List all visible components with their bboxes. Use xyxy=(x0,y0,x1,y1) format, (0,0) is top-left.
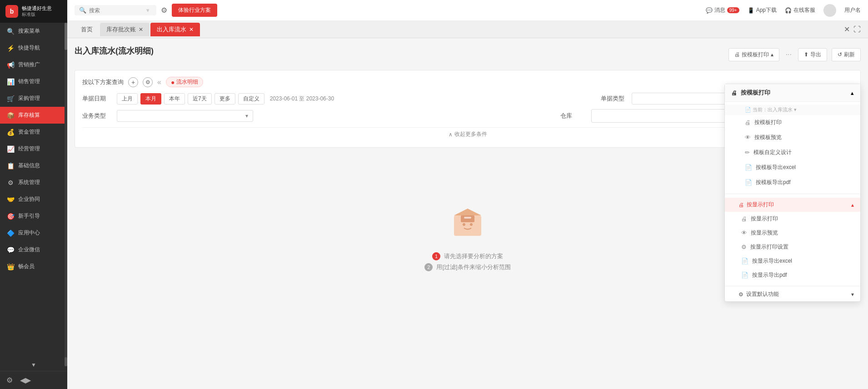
svg-rect-3 xyxy=(464,217,471,219)
sidebar-item-system[interactable]: ⚙ 系统管理 xyxy=(0,174,67,191)
refresh-btn[interactable]: ↺ 刷新 xyxy=(832,48,861,61)
topbar-search-input[interactable] xyxy=(89,7,144,14)
refresh-label: 刷新 xyxy=(844,51,855,59)
date-btn-more[interactable]: 更多 xyxy=(215,93,235,105)
app-download-item[interactable]: 📱 App下载 xyxy=(748,6,777,14)
tab-home[interactable]: 首页 xyxy=(75,23,99,36)
sidebar-settings-icon[interactable]: ⚙ xyxy=(6,376,13,384)
preview-icon: 👁 xyxy=(745,134,751,141)
dropdown-display-section: 🖨 按显示打印 ▴ 🖨 按显示打印 👁 按显示预览 ⚙ 按显示打印设置 xyxy=(725,195,860,285)
sidebar-item-search[interactable]: 🔍 搜索菜单 xyxy=(0,23,67,40)
sidebar-item-member[interactable]: 👑 畅会员 xyxy=(0,258,67,275)
message-label: 消息 xyxy=(714,6,725,14)
tab-stock-batch[interactable]: 库存批次账 ✕ xyxy=(100,23,150,36)
message-item[interactable]: 💬 消息 99+ xyxy=(706,6,739,14)
trial-btn[interactable]: 体验行业方案 xyxy=(172,4,217,17)
sidebar-item-operations[interactable]: 📈 经营管理 xyxy=(0,140,67,157)
tab-stock-flow-close[interactable]: ✕ xyxy=(189,26,194,33)
dropdown-display-export-excel[interactable]: 📄 按显示导出excel xyxy=(725,254,860,268)
dropdown-display-export-pdf[interactable]: 📄 按显示导出pdf xyxy=(725,268,860,282)
sidebar-item-enterprise[interactable]: 🤝 企业协同 xyxy=(0,191,67,208)
export-btn[interactable]: ⬆ 导出 xyxy=(798,48,827,61)
filter-collapse-btn[interactable]: « xyxy=(157,78,161,86)
dropdown-template-preview-label: 按模板预览 xyxy=(754,134,782,141)
sidebar-item-label: 资金管理 xyxy=(18,128,40,136)
sidebar-item-finance[interactable]: 💰 资金管理 xyxy=(0,124,67,140)
sidebar-bottom: ⚙ ◀▶ xyxy=(0,371,67,389)
filter-settings-btn[interactable]: ⚙ xyxy=(143,77,153,87)
sidebar-item-sales[interactable]: 📊 销售管理 xyxy=(0,73,67,90)
sidebar-item-quick-nav[interactable]: ⚡ 快捷导航 xyxy=(0,40,67,56)
dropdown-display-print[interactable]: 🖨 按显示打印 xyxy=(725,212,860,226)
step-2-text: 用[过滤]条件来缩小分析范围 xyxy=(436,263,510,271)
date-btn-this-month[interactable]: 本月 xyxy=(140,93,161,105)
username-label: 用户名 xyxy=(844,6,861,14)
filter-add-btn[interactable]: + xyxy=(128,77,138,87)
sidebar-item-wechat[interactable]: 💬 企业微信 xyxy=(0,241,67,258)
topbar-search-box[interactable]: 🔍 ▾ xyxy=(75,5,156,15)
svg-marker-1 xyxy=(454,209,481,215)
sidebar-collapse-icon[interactable]: ◀▶ xyxy=(20,376,31,384)
sidebar-item-guide[interactable]: 🎯 新手引导 xyxy=(0,208,67,224)
sidebar-nav: 🔍 搜索菜单 ⚡ 快捷导航 📢 营销推广 📊 销售管理 🛒 采购管理 📦 xyxy=(0,23,67,359)
print-template-label: 按模板打印 xyxy=(742,51,769,59)
sidebar-item-label: 应用中心 xyxy=(18,229,40,237)
member-icon: 👑 xyxy=(6,263,15,270)
tab-expand-btn[interactable]: ⛶ xyxy=(853,25,861,34)
dropdown-template-custom[interactable]: ✏ 模板自定义设计 xyxy=(725,145,860,160)
operations-icon: 📈 xyxy=(6,145,15,153)
dropdown-display-preview[interactable]: 👁 按显示预览 xyxy=(725,226,860,240)
filter-tag-label: 流水明细 xyxy=(176,78,198,86)
display-preview-icon: 👁 xyxy=(741,229,747,236)
message-badge: 99+ xyxy=(727,7,739,13)
print-icon: 🖨 xyxy=(745,119,751,126)
dropdown-chevron-icon[interactable]: ▴ xyxy=(851,90,854,96)
filter-tag[interactable]: ● 流水明细 xyxy=(166,77,203,87)
svg-rect-2 xyxy=(461,215,474,222)
dropdown-set-default[interactable]: ⚙ 设置默认功能 ▾ xyxy=(725,287,860,301)
dropdown-display-print-settings[interactable]: ⚙ 按显示打印设置 xyxy=(725,240,860,254)
online-service-item[interactable]: 🎧 在线客服 xyxy=(785,6,815,14)
system-icon: ⚙ xyxy=(6,179,15,186)
user-avatar[interactable] xyxy=(823,4,836,17)
search-dropdown-icon: ▾ xyxy=(146,7,150,14)
sidebar-item-inventory[interactable]: 📦 库存核算 xyxy=(0,107,67,124)
dropdown-template-export-pdf[interactable]: 📄 按模板导出pdf xyxy=(725,175,860,190)
pdf-icon: 📄 xyxy=(745,179,752,186)
dropdown-current-label: 📄 当前：出入库流水 ▾ xyxy=(725,105,860,115)
warehouse-field-label: 仓库 xyxy=(560,112,588,120)
collapse-chevron-icon: ∧ xyxy=(449,131,453,138)
display-settings-icon: ⚙ xyxy=(741,244,747,250)
dropdown-template-custom-label: 模板自定义设计 xyxy=(753,149,792,156)
sidebar-item-marketing[interactable]: 📢 营销推广 xyxy=(0,56,67,73)
sidebar-scroll-down[interactable]: ▼ xyxy=(29,360,38,370)
tab-stock-flow-label: 出入库流水 xyxy=(157,25,186,34)
sidebar-item-label: 搜索菜单 xyxy=(18,27,40,35)
tab-stock-flow[interactable]: 出入库流水 ✕ xyxy=(150,23,200,36)
date-btn-custom[interactable]: 自定义 xyxy=(238,93,264,105)
dropdown-current-icon: 📄 xyxy=(745,107,751,112)
quick-nav-icon: ⚡ xyxy=(6,45,15,52)
dropdown-display-section-header[interactable]: 🖨 按显示打印 ▴ xyxy=(725,198,860,212)
dropdown-template-preview[interactable]: 👁 按模板预览 xyxy=(725,130,860,145)
business-select-box[interactable]: ▾ xyxy=(117,110,253,122)
date-btn-7days[interactable]: 近7天 xyxy=(188,93,212,105)
empty-state-icon xyxy=(445,199,490,245)
printer-icon: 🖨 xyxy=(731,90,737,96)
collapse-label: 收起更多条件 xyxy=(454,130,487,138)
sidebar-item-purchase[interactable]: 🛒 采购管理 xyxy=(0,90,67,107)
sidebar-item-app-center[interactable]: 🔷 应用中心 xyxy=(0,224,67,241)
inventory-icon: 📦 xyxy=(6,112,15,119)
topbar-settings-icon[interactable]: ⚙ xyxy=(161,6,167,15)
sidebar-logo: b 畅捷通好生意 标准版 xyxy=(0,0,67,23)
step-1-text: 请先选择要分析的方案 xyxy=(444,252,503,260)
sidebar-item-basic[interactable]: 📋 基础信息 xyxy=(0,157,67,174)
dropdown-template-export-excel[interactable]: 📄 按模板导出excel xyxy=(725,160,860,175)
tab-stock-batch-close[interactable]: ✕ xyxy=(139,26,143,33)
dropdown-template-print[interactable]: 🖨 按模板打印 xyxy=(725,115,860,130)
print-template-btn[interactable]: 🖨 按模板打印 ▴ xyxy=(728,48,779,61)
date-btn-this-year[interactable]: 本年 xyxy=(164,93,185,105)
date-btn-last-month[interactable]: 上月 xyxy=(117,93,138,105)
print-dropdown-chevron: ▴ xyxy=(771,51,773,58)
tab-close-all-btn[interactable]: ✕ xyxy=(844,25,850,34)
